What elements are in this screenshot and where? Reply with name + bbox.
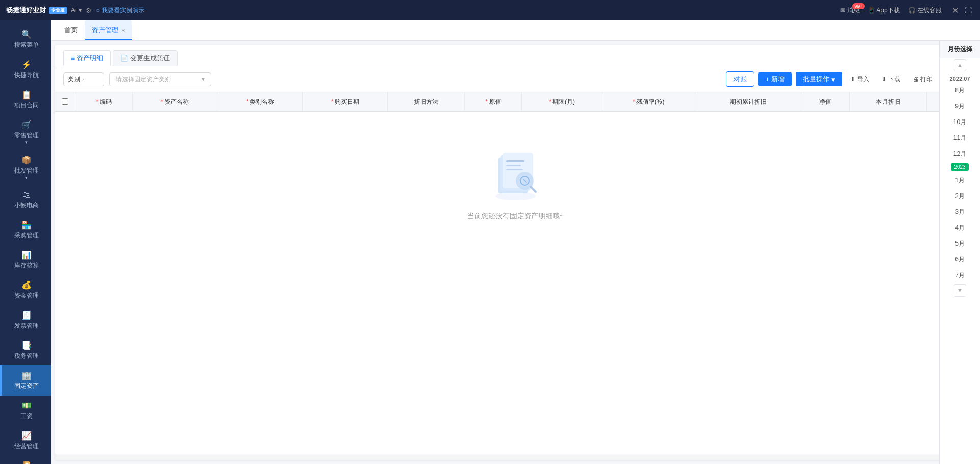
col-net-value: 净值 (801, 92, 849, 112)
chevron-down-icon: ▾ (25, 175, 28, 180)
select-all-checkbox[interactable] (62, 98, 68, 105)
month-item-2023-5[interactable]: 5月 (942, 236, 978, 251)
retail-mgmt-icon: 🛒 (21, 120, 32, 130)
month-item-2023-6[interactable]: 6月 (942, 252, 978, 267)
asset-table: *编码 *资产名称 *类别名称 *购买日期 折旧方法 *原值 *期限(月) *残… (55, 92, 976, 252)
chevron-down-icon: ▾ (25, 140, 28, 145)
close-window-button[interactable]: ✕ (950, 6, 961, 15)
dropdown-arrow[interactable]: ▾ (79, 7, 82, 14)
demo-text: 我要看实例演示 (102, 6, 144, 15)
content-area: 首页 资产管理 × ≡ 资产明细 📄 变更生成凭证 (51, 20, 980, 464)
main-layout: 🔍 搜索菜单 ⚡ 快捷导航 📋 项目合同 🛒 零售管理 ▾ 📦 批发管理 ▾ 🛍… (0, 20, 980, 464)
tab-home[interactable]: 首页 (57, 20, 85, 40)
col-category-name: *类别名称 (217, 92, 303, 112)
sidebar-item-label: 固定资产 (14, 382, 39, 390)
import-button[interactable]: ⬆ 导入 (846, 73, 873, 86)
sidebar-item-label: 采购管理 (14, 231, 39, 240)
sidebar-item-invoice-mgmt[interactable]: 🧾 发票管理 (0, 305, 51, 335)
year-2022-label: 2022.07 (940, 72, 980, 83)
batch-operation-button[interactable]: 批量操作 ▾ (796, 72, 842, 86)
sidebar-item-general-ledger[interactable]: 📔 总账管理 (0, 456, 51, 464)
sidebar-item-wholesale-mgmt[interactable]: 📦 批发管理 ▾ (0, 150, 51, 185)
demo-icon: ○ (96, 7, 100, 14)
col-depreciation-method: 折旧方法 (388, 92, 465, 112)
select-all-checkbox-header[interactable] (55, 92, 76, 112)
sidebar-item-retail-mgmt[interactable]: 🛒 零售管理 ▾ (0, 115, 51, 150)
sidebar-item-ecommerce[interactable]: 🛍 小畅电商 (0, 185, 51, 215)
list-icon: ≡ (71, 55, 75, 62)
sidebar-item-label: 发票管理 (14, 322, 39, 330)
match-button[interactable]: 对账 (726, 71, 754, 87)
sidebar-item-salary[interactable]: 💵 工资 (0, 396, 51, 426)
page-content: ≡ 资产明细 📄 变更生成凭证 类别 › (51, 41, 980, 464)
category-placeholder-select[interactable]: 请选择固定资产类别 ▾ (109, 72, 211, 86)
month-next-button[interactable]: ▼ (954, 284, 966, 297)
year-2023-badge: 2023 (951, 163, 968, 171)
online-service-button[interactable]: 🎧 在线客服 (908, 6, 942, 15)
message-badge: 99+ (852, 3, 864, 9)
sub-tab-change-voucher[interactable]: 📄 变更生成凭证 (113, 50, 178, 66)
inventory-icon: 📊 (21, 250, 32, 260)
sub-tab-change-voucher-label: 变更生成凭证 (130, 54, 170, 63)
company-selector[interactable]: Ai ▾ (71, 7, 82, 14)
month-item-2023-3[interactable]: 3月 (942, 205, 978, 219)
sidebar-item-label: 搜索菜单 (14, 41, 39, 50)
sidebar-item-label: 零售管理 (14, 131, 39, 140)
empty-illustration (485, 142, 546, 204)
month-item-11[interactable]: 11月 (942, 131, 978, 145)
sub-tab-asset-detail[interactable]: ≡ 资产明细 (63, 50, 111, 66)
phone-icon: 📱 (868, 7, 875, 14)
month-prev-button[interactable]: ▲ (954, 59, 966, 71)
category-filter[interactable]: 类别 › (63, 72, 104, 86)
category-placeholder-text: 请选择固定资产类别 (116, 75, 171, 84)
settings-icon[interactable]: ⚙ (86, 7, 92, 14)
table-scroll-bar[interactable] (55, 454, 976, 460)
main-panel: ≡ 资产明细 📄 变更生成凭证 类别 › (55, 45, 976, 460)
sub-tabs: ≡ 资产明细 📄 变更生成凭证 (55, 45, 976, 66)
month-panel-header: 月份选择 (940, 41, 980, 58)
tab-asset-management[interactable]: 资产管理 × (85, 20, 132, 40)
operations-mgmt-icon: 📈 (21, 431, 32, 441)
sidebar-item-label: 库存核算 (14, 261, 39, 270)
maximize-window-button[interactable]: ⛶ (963, 6, 974, 14)
message-button[interactable]: ✉ 消息 99+ (840, 6, 860, 15)
sidebar-item-operations-mgmt[interactable]: 📈 经营管理 (0, 426, 51, 456)
fixed-assets-icon: 🏢 (21, 371, 32, 380)
app-download-button[interactable]: 📱 App下载 (868, 6, 900, 15)
sidebar: 🔍 搜索菜单 ⚡ 快捷导航 📋 项目合同 🛒 零售管理 ▾ 📦 批发管理 ▾ 🛍… (0, 20, 51, 464)
month-item-2023-1[interactable]: 1月 (942, 173, 978, 188)
download-button[interactable]: ⬇ 下载 (877, 73, 904, 86)
add-button[interactable]: + 新增 (758, 72, 792, 86)
sidebar-item-label: 快捷导航 (14, 71, 39, 80)
category-label: 类别 (68, 75, 80, 84)
month-item-2023-2[interactable]: 2月 (942, 189, 978, 204)
toolbar-right: 对账 + 新增 批量操作 ▾ ⬆ 导入 (726, 71, 968, 87)
sidebar-item-fund-mgmt[interactable]: 💰 资金管理 (0, 275, 51, 305)
sidebar-item-search-menu[interactable]: 🔍 搜索菜单 (0, 25, 51, 55)
month-item-12[interactable]: 12月 (942, 146, 978, 161)
month-item-9[interactable]: 9月 (942, 99, 978, 114)
sidebar-item-fixed-assets[interactable]: 🏢 固定资产 (0, 365, 51, 396)
sidebar-item-quick-nav[interactable]: ⚡ 快捷导航 (0, 55, 51, 85)
brand-name: 畅捷通好业财 (6, 6, 46, 15)
sidebar-item-label: 小畅电商 (14, 201, 39, 210)
month-item-2023-7[interactable]: 7月 (942, 268, 978, 283)
svg-rect-6 (506, 169, 523, 170)
sidebar-item-inventory[interactable]: 📊 库存核算 (0, 245, 51, 275)
sidebar-item-project-contract[interactable]: 📋 项目合同 (0, 85, 51, 115)
col-code: *编码 (76, 92, 132, 112)
print-button[interactable]: 🖨 打印 (909, 73, 937, 86)
month-item-2023-4[interactable]: 4月 (942, 221, 978, 235)
month-item-8[interactable]: 8月 (942, 83, 978, 98)
tab-home-label: 首页 (64, 26, 78, 35)
col-residual-rate: *残值率(%) (602, 92, 695, 112)
tab-close-button[interactable]: × (121, 27, 125, 33)
fund-mgmt-icon: 💰 (21, 280, 32, 290)
month-item-10[interactable]: 10月 (942, 115, 978, 130)
top-bar: 畅捷通好业财 专业版 Ai ▾ ⚙ ○ 我要看实例演示 ✉ 消息 99+ 📱 A… (0, 0, 980, 20)
sidebar-item-label: 税务管理 (14, 352, 39, 360)
sidebar-item-tax-mgmt[interactable]: 📑 税务管理 (0, 335, 51, 365)
sidebar-item-purchase-mgmt[interactable]: 🏪 采购管理 (0, 215, 51, 245)
demo-link[interactable]: ○ 我要看实例演示 (96, 6, 144, 15)
month-panel: 月份选择 ▲ 2022.07 8月 9月 10月 11月 12月 2023 1月… (939, 41, 980, 464)
